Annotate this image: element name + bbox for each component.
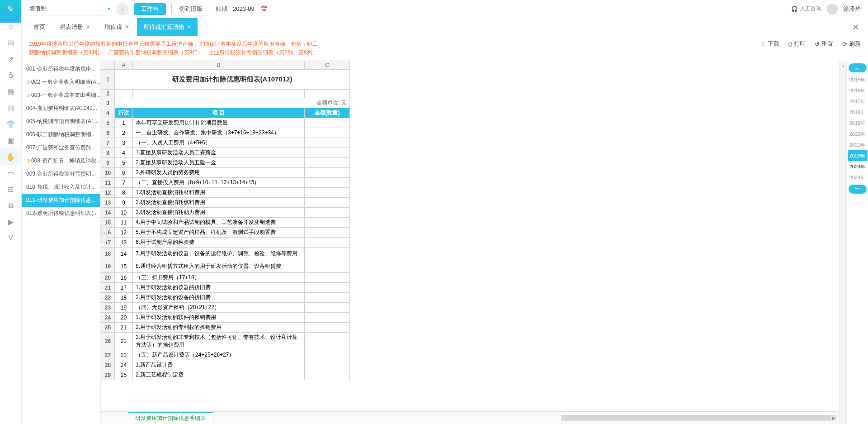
amt-cell[interactable]: [305, 333, 350, 350]
seq-cell[interactable]: 17: [115, 283, 133, 293]
reset-button[interactable]: ↺重置: [815, 40, 833, 48]
seq-cell[interactable]: 1: [115, 118, 133, 128]
item-cell[interactable]: 1.研发活动直接消耗材料费用: [133, 188, 305, 198]
row-header[interactable]: 22: [101, 293, 115, 303]
item-cell[interactable]: （二）直接投入费用（8+9+10+11+12+13+14+15）: [133, 178, 305, 188]
amt-cell[interactable]: [305, 198, 350, 208]
row-header[interactable]: 12: [101, 188, 115, 198]
item-cell[interactable]: 8.通过经营租赁方式租入的用于研发活动的仪器、设备租赁费: [133, 260, 305, 273]
item-cell[interactable]: 4.用于中间试验和产品试制的模具、工艺装备开发及制造费: [133, 218, 305, 228]
tab-2[interactable]: 增值税✕: [98, 18, 135, 36]
amt-cell[interactable]: [305, 228, 350, 238]
year-up-button[interactable]: ︽: [849, 63, 867, 72]
row-header[interactable]: 18: [101, 248, 115, 260]
item-cell[interactable]: 7.用于研发活动的仪器、设备的运行维护、调整、检验、维修等费用: [133, 248, 305, 260]
item-cell[interactable]: 5.用于不构成固定资产的样品、样机及一般测试手段购置费: [133, 228, 305, 238]
amt-cell[interactable]: [305, 188, 350, 198]
amt-cell[interactable]: [305, 313, 350, 323]
item-cell[interactable]: 2.研发活动直接消耗燃料费用: [133, 198, 305, 208]
year-2015年[interactable]: 2015年: [848, 74, 868, 85]
col-header[interactable]: C: [305, 61, 350, 70]
item-cell[interactable]: 6.用于试制产品的检验费: [133, 238, 305, 248]
scroll-thumb[interactable]: [562, 415, 837, 421]
item-cell[interactable]: 3.用于研发活动的非专利技术（包括许可证、专有技术、设计和计算方法等）的摊销费用: [133, 333, 305, 350]
download-button[interactable]: ⇩下载: [761, 40, 779, 48]
close-all-tabs[interactable]: ✕: [849, 22, 863, 32]
tab-3[interactable]: 所得税汇算清缴✕: [137, 18, 198, 36]
seq-cell[interactable]: 24: [115, 360, 133, 370]
amt-cell[interactable]: [305, 218, 350, 228]
row-header[interactable]: 10: [101, 168, 115, 178]
seq-cell[interactable]: 21: [115, 323, 133, 333]
refresh-button[interactable]: ⟳刷新: [842, 40, 861, 48]
list-toggle-button[interactable]: ≡: [116, 3, 128, 15]
row-header[interactable]: 19: [101, 260, 115, 273]
row-header[interactable]: 20: [101, 273, 115, 283]
seq-cell[interactable]: 10: [115, 208, 133, 218]
year-2023年[interactable]: 2023年: [848, 161, 868, 172]
item-cell[interactable]: 1.用于研发活动的仪器的折旧费: [133, 283, 305, 293]
nav-gear-icon[interactable]: ⚙: [0, 197, 22, 214]
col-header[interactable]: B: [133, 61, 305, 70]
amt-cell[interactable]: [305, 248, 350, 260]
item-cell[interactable]: 一、自主研发、合作研发、集中研发（3+7+16+19+23+34）: [133, 128, 305, 138]
period-value[interactable]: 2023-09: [233, 5, 255, 12]
year-down-button[interactable]: ︾: [849, 185, 867, 194]
form-item-10[interactable]: 011-研发费用加计扣除优惠...: [22, 194, 100, 207]
spreadsheet[interactable]: ABC1研发费用加计扣除优惠明细表(A107012)23金额单位: 元4行次项 …: [101, 61, 839, 411]
workbench-button[interactable]: 工作台: [134, 3, 166, 15]
form-item-3[interactable]: 004-期间费用明细表(A1040...: [22, 102, 100, 115]
year-2016年[interactable]: 2016年: [848, 85, 868, 96]
row-header[interactable]: 26: [101, 333, 115, 350]
nav-hand-icon[interactable]: ✋: [0, 148, 22, 165]
sheet-tab[interactable]: 研发费用加计扣除优惠明细表: [128, 412, 213, 424]
seq-cell[interactable]: 3: [115, 138, 133, 148]
seq-cell[interactable]: 14: [115, 248, 133, 260]
seq-cell[interactable]: 12: [115, 228, 133, 238]
seq-cell[interactable]: 5: [115, 158, 133, 168]
row-header[interactable]: 1: [101, 70, 115, 90]
form-item-9[interactable]: 010-免税、减计收入及加计...: [22, 181, 100, 194]
form-item-7[interactable]: ⊘008-资产折旧、摊销及纳税...: [22, 154, 100, 167]
amt-cell[interactable]: [305, 283, 350, 293]
row-header[interactable]: 11: [101, 178, 115, 188]
item-cell[interactable]: （五）新产品设计费等（24+25+26+27）: [133, 350, 305, 360]
user-avatar[interactable]: [827, 4, 838, 14]
nav-doc-icon[interactable]: ▤: [0, 34, 22, 51]
amt-cell[interactable]: [305, 168, 350, 178]
item-cell[interactable]: 3.外聘研发人员的劳务费用: [133, 168, 305, 178]
amt-cell[interactable]: [305, 128, 350, 138]
col-header[interactable]: A: [115, 61, 133, 70]
nav-grid-icon[interactable]: ▣: [0, 132, 22, 148]
form-item-11[interactable]: 012-减免所得税优惠明细表(...: [22, 207, 100, 220]
nav-bag-icon[interactable]: ♁: [0, 67, 22, 83]
form-item-6[interactable]: 007-广告费和业务宣传费跨...: [22, 141, 100, 154]
amt-cell[interactable]: [305, 118, 350, 128]
seq-cell[interactable]: 8: [115, 188, 133, 198]
calendar-icon[interactable]: 📅: [260, 5, 268, 13]
row-header[interactable]: 28: [101, 360, 115, 370]
row-header[interactable]: 14: [101, 208, 115, 218]
print-button[interactable]: ⎙打印: [788, 40, 806, 48]
year-2024年[interactable]: 2024年: [848, 172, 868, 183]
tab-0[interactable]: 首页: [27, 18, 52, 36]
row-header[interactable]: 8: [101, 148, 115, 158]
year-2018年[interactable]: 2018年: [848, 107, 868, 118]
seq-cell[interactable]: 19: [115, 303, 133, 313]
row-header[interactable]: 7: [101, 138, 115, 148]
nav-shirt-icon[interactable]: 👕: [0, 116, 22, 132]
year-2020年[interactable]: 2020年: [848, 129, 868, 139]
amt-cell[interactable]: [305, 360, 350, 370]
item-cell[interactable]: 2.直接从事研发活动人员五险一金: [133, 158, 305, 168]
nav-v-icon[interactable]: V: [0, 230, 22, 246]
amt-cell[interactable]: [305, 178, 350, 188]
row-header[interactable]: 4: [101, 108, 115, 118]
row-header[interactable]: 27: [101, 350, 115, 360]
row-header[interactable]: 6: [101, 128, 115, 138]
tax-type-select[interactable]: 增值税 ▾: [29, 3, 110, 15]
amt-cell[interactable]: [305, 158, 350, 168]
seq-cell[interactable]: 22: [115, 333, 133, 350]
year-2019年[interactable]: 2019年: [848, 118, 868, 129]
item-cell[interactable]: 1.用于研发活动的软件的摊销费用: [133, 313, 305, 323]
expand-right-handle[interactable]: ››: [839, 61, 846, 424]
